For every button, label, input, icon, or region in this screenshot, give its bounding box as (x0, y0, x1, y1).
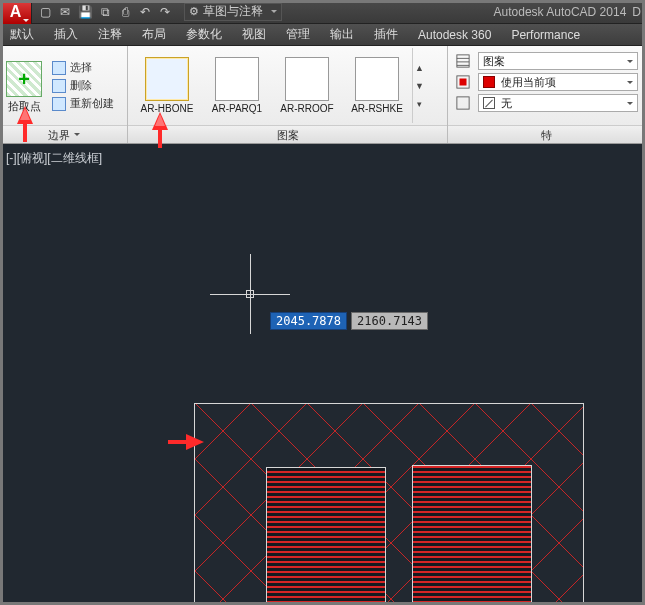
redo-icon[interactable]: ↷ (156, 3, 174, 21)
delete-label: 删除 (70, 78, 92, 93)
tab-performance[interactable]: Performance (501, 24, 590, 45)
recreate-label: 重新创建 (70, 96, 114, 111)
pickbox-icon (246, 290, 254, 298)
chevron-up-icon: ▲ (415, 64, 424, 72)
hatch-color-label: 使用当前项 (501, 75, 556, 90)
panel-properties-title: 特 (541, 126, 552, 144)
swatch-ar-parq1-icon (215, 57, 259, 101)
gear-icon: ⚙ (189, 5, 199, 18)
annotation-arrow-hatch (186, 434, 204, 450)
coord-x-input[interactable]: 2045.7878 (270, 312, 347, 330)
hatch-bg-dropdown[interactable]: 无 (478, 94, 638, 112)
tab-manage[interactable]: 管理 (276, 24, 320, 45)
hatch-color-icon (454, 75, 472, 89)
select-icon (52, 61, 66, 75)
undo-icon[interactable]: ↶ (136, 3, 154, 21)
tab-view[interactable]: 视图 (232, 24, 276, 45)
swatch-ar-rshke[interactable]: AR-RSHKE (342, 57, 412, 114)
drawing-canvas[interactable]: [-][俯视][二维线框] 2045.7878 2160.7143 (0, 144, 645, 605)
swatch-ar-parq1-label: AR-PARQ1 (212, 103, 262, 114)
quick-access-toolbar: ▢ ✉ 💾 ⧉ ⎙ ↶ ↷ (32, 3, 178, 21)
hatch-bg-icon (454, 96, 472, 110)
none-swatch-icon (483, 97, 495, 109)
swatch-ar-rshke-icon (355, 57, 399, 101)
ribbon-tabs: 默认 插入 注释 布局 参数化 视图 管理 输出 插件 Autodesk 360… (0, 24, 645, 46)
coord-y-input[interactable]: 2160.7143 (351, 312, 428, 330)
inner-rect-2 (413, 466, 531, 605)
hatched-region (195, 404, 583, 605)
hatch-type-dropdown[interactable]: 图案 (478, 52, 638, 70)
delete-button[interactable]: 删除 (52, 78, 127, 93)
hatch-type-label: 图案 (483, 54, 505, 69)
swatch-ar-rshke-label: AR-RSHKE (351, 103, 403, 114)
annotation-arrow-pickpoints (17, 106, 33, 124)
hatch-type-icon (454, 54, 472, 68)
workspace-selector[interactable]: ⚙ 草图与注释 (184, 3, 282, 21)
app-title-suffix: D (632, 5, 641, 19)
svg-rect-3 (457, 97, 469, 109)
panel-expand-icon[interactable] (74, 133, 80, 136)
tab-default[interactable]: 默认 (0, 24, 44, 45)
swatch-ar-hbone-icon (145, 57, 189, 101)
swatch-ar-rroof-icon (285, 57, 329, 101)
gallery-expand-icon: ▾ (417, 100, 422, 108)
tab-plugins[interactable]: 插件 (364, 24, 408, 45)
viewport-label[interactable]: [-][俯视][二维线框] (6, 150, 102, 167)
saveas-icon[interactable]: ⧉ (96, 3, 114, 21)
pick-points-icon: + (6, 61, 42, 97)
delete-icon (52, 79, 66, 93)
chevron-down-icon: ▼ (415, 82, 424, 90)
save-icon[interactable]: 💾 (76, 3, 94, 21)
hatch-bg-label: 无 (501, 96, 512, 111)
panel-boundary: + 拾取点 选择 删除 重新创建 边界 (0, 46, 128, 143)
app-title: Autodesk AutoCAD 2014 (494, 5, 627, 19)
recreate-icon (52, 97, 66, 111)
dynamic-input[interactable]: 2045.7878 2160.7143 (270, 312, 428, 330)
inner-rect-1 (267, 468, 385, 605)
app-menu-button[interactable]: A (0, 0, 32, 24)
swatch-ar-rroof-label: AR-RROOF (280, 103, 333, 114)
swatch-ar-parq1[interactable]: AR-PARQ1 (202, 57, 272, 114)
panel-boundary-title: 边界 (48, 126, 70, 144)
swatch-gallery-scroll[interactable]: ▲ ▼ ▾ (412, 48, 426, 123)
tab-autodesk360[interactable]: Autodesk 360 (408, 24, 501, 45)
tab-output[interactable]: 输出 (320, 24, 364, 45)
select-label: 选择 (70, 60, 92, 75)
recreate-button[interactable]: 重新创建 (52, 96, 127, 111)
svg-rect-2 (460, 79, 467, 86)
select-button[interactable]: 选择 (52, 60, 127, 75)
print-icon[interactable]: ⎙ (116, 3, 134, 21)
panel-pattern-title: 图案 (277, 126, 299, 144)
tab-annotate[interactable]: 注释 (88, 24, 132, 45)
color-swatch-icon (483, 76, 495, 88)
annotation-arrow-hbone (152, 112, 168, 130)
tab-parametric[interactable]: 参数化 (176, 24, 232, 45)
panel-properties: 图案 使用当前项 无 (448, 46, 645, 143)
hatch-color-dropdown[interactable]: 使用当前项 (478, 73, 638, 91)
open-icon[interactable]: ✉ (56, 3, 74, 21)
tab-insert[interactable]: 插入 (44, 24, 88, 45)
tab-layout[interactable]: 布局 (132, 24, 176, 45)
workspace-label: 草图与注释 (203, 3, 263, 20)
swatch-ar-hbone[interactable]: AR-HBONE (132, 57, 202, 114)
swatch-ar-rroof[interactable]: AR-RROOF (272, 57, 342, 114)
panel-pattern: AR-HBONE AR-PARQ1 AR-RROOF AR-RSHKE ▲ ▼ … (128, 46, 448, 143)
new-icon[interactable]: ▢ (36, 3, 54, 21)
